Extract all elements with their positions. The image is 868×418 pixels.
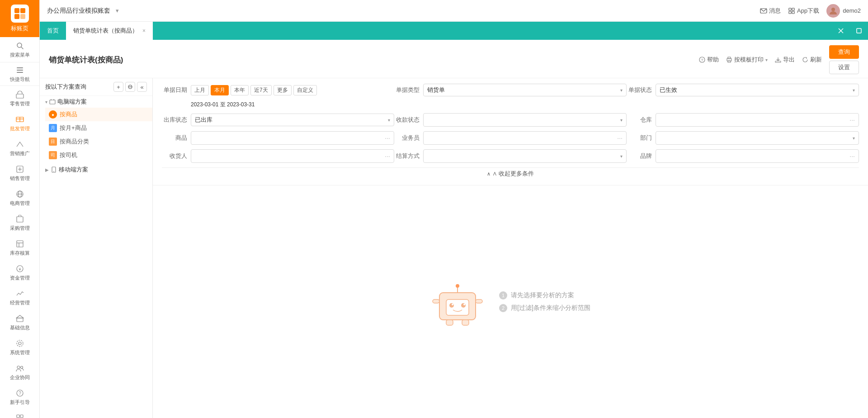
date-btn-more[interactable]: 更多 (274, 85, 292, 95)
plan-month-icon: 月 (49, 124, 57, 132)
out-status-select[interactable]: 已出库 ▾ (191, 114, 394, 126)
sidebar-item-inventory[interactable]: 库存核算 (0, 235, 39, 260)
collapse-panel-btn[interactable]: « (137, 82, 147, 92)
sidebar-logo[interactable]: 标账页 (0, 0, 39, 37)
svg-rect-25 (17, 318, 23, 322)
tabbar-winbtns (832, 22, 868, 40)
refresh-action[interactable]: 刷新 (802, 56, 822, 64)
print-chevron[interactable]: ▾ (765, 57, 768, 62)
sidebar-item-collab[interactable]: 企业协同 (0, 360, 39, 385)
setting-button[interactable]: 设置 (829, 61, 859, 74)
sidebar-logo-text: 标账页 (11, 24, 28, 33)
topbar: 办公用品行业模拟账套 ▾ 消息 App下载 (40, 0, 868, 22)
tab-home[interactable]: 首页 (40, 22, 66, 40)
sidebar-item-base[interactable]: 基础信息 (0, 310, 39, 335)
plan-item-by-category[interactable]: 目 按商品分类 (45, 135, 152, 148)
svg-rect-3 (20, 14, 25, 19)
apps-icon (15, 413, 25, 418)
topbar-chevron[interactable]: ▾ (116, 7, 119, 14)
topbar-user[interactable]: demo2 (826, 4, 861, 18)
mobile-group-header[interactable]: ▶ 移动端方案 (40, 162, 152, 176)
sidebar-item-ops[interactable]: 经营管理 (0, 285, 39, 310)
print-action[interactable]: 按模板打印 ▾ (726, 56, 768, 64)
salesman-dots[interactable]: ··· (617, 134, 623, 142)
sidebar-item-base-label: 基础信息 (10, 324, 30, 331)
date-btn-this-year[interactable]: 本年 (231, 85, 249, 95)
brand-input[interactable]: ··· (656, 149, 859, 163)
bill-status-select[interactable]: 已生效 ▾ (656, 84, 859, 96)
svg-point-29 (17, 366, 20, 369)
sidebar-item-marketing[interactable]: 营销推广 (0, 136, 39, 161)
recv-status-select[interactable]: ▾ (423, 113, 627, 127)
date-btn-last-month[interactable]: 上月 (191, 85, 209, 95)
plan-item-by-goods[interactable]: ● 按商品 (45, 108, 152, 121)
bill-type-value: 销货单 (427, 86, 445, 94)
filter-receiver-cell: 收货人 ··· (162, 149, 394, 163)
warehouse-label: 仓库 (627, 116, 652, 124)
win-maximize-btn[interactable] (850, 22, 868, 40)
receiver-input[interactable]: ··· (191, 149, 394, 163)
filter-recv-status-cell: 收款状态 ▾ (394, 113, 627, 127)
sidebar: 标账页 搜索菜单 快捷导航 零售管理 (0, 0, 40, 418)
svg-rect-62 (446, 299, 469, 315)
sidebar-item-sales-label: 销售管理 (10, 175, 30, 182)
goods-input[interactable]: ··· (191, 131, 394, 145)
svg-rect-70 (476, 299, 482, 303)
help-action[interactable]: ? 帮助 (699, 56, 719, 64)
help-label: 帮助 (707, 56, 719, 64)
win-close-btn[interactable] (832, 22, 850, 40)
topbar-app-btn[interactable]: App下载 (788, 7, 819, 15)
svg-rect-42 (789, 11, 791, 14)
receiver-dots[interactable]: ··· (385, 152, 390, 160)
salesman-input[interactable]: ··· (423, 131, 627, 145)
date-btn-this-month[interactable]: 本月 (211, 85, 229, 95)
sidebar-item-system[interactable]: 系统管理 (0, 335, 39, 360)
sidebar-item-wholesale[interactable]: 批发管理 (0, 111, 39, 136)
tab-active[interactable]: 销货单统计表（按商品） × (66, 22, 153, 40)
brand-dots[interactable]: ··· (849, 152, 855, 160)
sidebar-item-sales[interactable]: 销售管理 (0, 161, 39, 185)
sidebar-item-finance[interactable]: ¥ 资金管理 (0, 260, 39, 285)
desktop-group-header[interactable]: ▾ 电脑端方案 (40, 96, 152, 108)
date-btn-7days[interactable]: 近7天 (250, 85, 272, 95)
bill-type-select[interactable]: 销货单 ▾ (423, 84, 627, 96)
settle-select[interactable]: ▾ (423, 149, 627, 163)
mobile-group: ▶ 移动端方案 (40, 162, 152, 176)
export-action[interactable]: 导出 (775, 56, 795, 64)
tab-close-btn[interactable]: × (142, 28, 146, 34)
collapse-btn[interactable]: ∧ ∧ 收起更多条件 (487, 170, 534, 178)
svg-point-30 (20, 366, 23, 369)
query-button[interactable]: 查询 (829, 45, 859, 59)
export-label: 导出 (783, 56, 795, 64)
svg-rect-34 (20, 415, 23, 418)
warehouse-dots[interactable]: ··· (849, 116, 855, 124)
date-label: 单据日期 (162, 86, 187, 94)
sidebar-item-purchase[interactable]: 采购管理 (0, 210, 39, 235)
svg-rect-53 (775, 61, 781, 62)
plan-item-by-driver[interactable]: 司 按司机 (45, 148, 152, 162)
left-panel: 按以下方案查询 + « ▾ (40, 78, 153, 418)
date-btn-custom[interactable]: 自定义 (293, 85, 317, 95)
edit-plan-btn[interactable] (125, 82, 135, 92)
sidebar-item-apps[interactable]: 应用中心 (0, 409, 39, 418)
sidebar-item-newbie-label: 新手引导 (10, 399, 30, 406)
plan-item-by-driver-label: 按司机 (60, 151, 77, 159)
sidebar-search-item[interactable]: 搜索菜单 (0, 37, 39, 62)
svg-rect-33 (17, 415, 19, 418)
svg-rect-72 (462, 320, 469, 325)
dept-select[interactable]: ▾ (656, 131, 859, 145)
sidebar-nav-item[interactable]: 快捷导航 (0, 62, 39, 86)
goods-dots[interactable]: ··· (385, 134, 390, 142)
svg-point-63 (449, 303, 454, 308)
sidebar-item-newbie[interactable]: ? 新手引导 (0, 385, 39, 409)
tip-num-2: 2 (499, 304, 507, 312)
retail-icon (15, 90, 25, 100)
topbar-msg-btn[interactable]: 消息 (760, 7, 781, 15)
add-plan-btn[interactable]: + (113, 82, 123, 92)
sidebar-item-retail[interactable]: 零售管理 (0, 86, 39, 111)
filter-bill-status-cell: 单据状态 已生效 ▾ (627, 84, 859, 96)
sidebar-item-ecommerce[interactable]: 电商管理 (0, 185, 39, 210)
svg-text:?: ? (19, 391, 21, 396)
plan-item-by-month[interactable]: 月 按月+商品 (45, 121, 152, 135)
warehouse-input[interactable]: ··· (656, 113, 859, 127)
